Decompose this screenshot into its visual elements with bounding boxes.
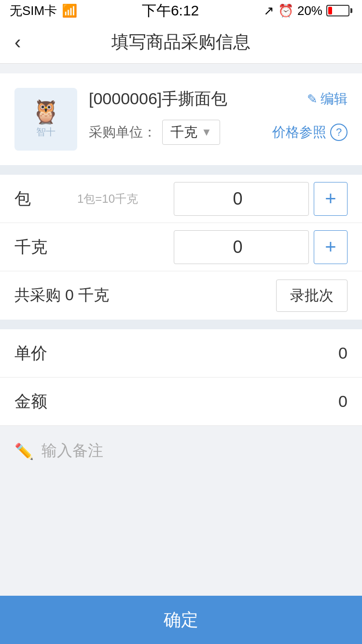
price-ref-label: 价格参照 [272,123,326,141]
pencil-icon: ✏️ [14,442,34,461]
product-info: [0000006]手撕面包 ✎ 编辑 采购单位： 千克 ▼ 价格参照 ? [89,88,348,145]
kg-label: 千克 [14,236,72,258]
section-divider-2 [0,320,362,329]
confirm-button[interactable]: 确定 [0,596,362,644]
bag-sublabel: 1包=10千克 [77,191,174,207]
edit-button[interactable]: ✎ 编辑 [307,90,348,108]
bag-quantity-input[interactable] [174,182,309,216]
product-card: 🦉 智十 [0000006]手撕面包 ✎ 编辑 采购单位： 千克 [0,73,362,165]
product-name: [0000006]手撕面包 [89,88,227,110]
alarm-icon: ⏰ [278,3,293,18]
brand-label: 智十 [36,126,56,139]
amount-value: 0 [338,392,348,411]
battery-percent: 20% [297,3,322,18]
product-name-row: [0000006]手撕面包 ✎ 编辑 [89,88,348,110]
back-button[interactable]: ‹ [14,31,21,53]
amount-row: 金额 0 [0,378,362,426]
kg-quantity-input[interactable] [174,230,309,264]
help-circle-icon: ? [330,124,348,141]
price-ref-button[interactable]: 价格参照 ? [272,123,348,141]
carrier-text: 无SIM卡 [10,2,57,19]
wifi-icon: 📶 [62,3,77,18]
unit-value: 千克 [170,123,197,141]
amount-label: 金额 [14,391,338,413]
battery-icon [326,5,352,16]
status-time: 下午6:12 [142,1,199,21]
notes-section[interactable]: ✏️ 输入备注 [0,426,362,484]
bag-input-right: + [174,182,348,216]
purchase-unit-row: 采购单位： 千克 ▼ 价格参照 ? [89,120,348,145]
dropdown-arrow-icon: ▼ [201,126,212,139]
summary-row: 共采购 0 千克 录批次 [0,271,362,320]
edit-pencil-icon: ✎ [307,92,318,107]
unit-select[interactable]: 千克 ▼ [162,120,220,145]
bag-plus-button[interactable]: + [314,182,348,216]
nav-bar: ‹ 填写商品采购信息 [0,21,362,64]
total-purchase-text: 共采购 0 千克 [14,285,276,306]
location-icon: ↗ [264,3,274,18]
status-bar: 无SIM卡 📶 下午6:12 ↗ ⏰ 20% [0,0,362,21]
kg-plus-button[interactable]: + [314,230,348,264]
section-divider-1 [0,165,362,175]
status-right: ↗ ⏰ 20% [264,3,352,18]
content-spacer [0,484,362,580]
bag-input-row: 包 1包=10千克 + [0,175,362,223]
unit-label: 采购单位： [89,123,156,141]
kg-input-right: + [174,230,348,264]
status-left: 无SIM卡 📶 [10,2,77,19]
page-title: 填写商品采购信息 [111,30,251,54]
bag-label: 包 [14,188,72,210]
kg-input-row: 千克 + [0,223,362,271]
batch-record-button[interactable]: 录批次 [276,280,348,312]
notes-placeholder: 输入备注 [42,440,103,462]
unit-price-value: 0 [338,344,348,363]
unit-price-row: 单价 0 [0,329,362,378]
owl-icon: 🦉 [31,100,60,124]
unit-price-label: 单价 [14,342,338,364]
product-image: 🦉 智十 [14,88,77,151]
